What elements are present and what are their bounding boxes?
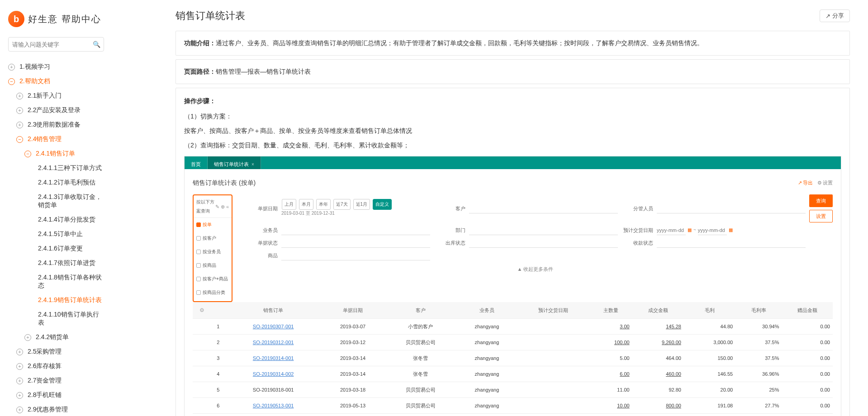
collapse-icon[interactable]: « [226, 202, 229, 212]
nav-item[interactable]: 2.4.1.4订单分批发货 [0, 213, 112, 227]
expdate-from[interactable] [657, 225, 686, 235]
collapse-toggle[interactable]: ▲ 收起更多条件 [238, 260, 833, 278]
recv-input[interactable] [657, 238, 806, 248]
customer-input[interactable] [469, 203, 618, 213]
gear-icon[interactable]: ⚙ [199, 307, 204, 313]
search-wrap: 🔍 [8, 37, 104, 52]
tab-report[interactable]: 销售订单统计表× [208, 156, 261, 169]
quick-date-pill[interactable]: 近7天 [333, 199, 351, 210]
add-icon[interactable]: ⊕ [221, 202, 225, 212]
nav-item[interactable]: 2.4.1.10销售订单执行表 [0, 307, 112, 330]
nav-item[interactable]: +2.7资金管理 [0, 373, 112, 388]
nav-item[interactable]: +2.8手机旺铺 [0, 388, 112, 402]
nav-item[interactable]: +2.5采购管理 [0, 345, 112, 359]
nav-item[interactable]: 2.4.1.9销售订单统计表 [0, 293, 112, 307]
nav-item[interactable]: 2.4.1.3订单收取订金，销货单 [0, 190, 112, 213]
quick-date-pill[interactable]: 自定义 [373, 199, 392, 210]
out-input[interactable] [469, 238, 618, 248]
expand-icon[interactable]: + [16, 392, 23, 399]
nav-item[interactable]: −2.4.1销售订单 [0, 147, 112, 161]
nav-item[interactable]: +2.9优惠券管理 [0, 402, 112, 416]
mock-report: 首页 销售订单统计表× 销售订单统计表 (按单) ↗ 导出 ⚙ 设置 [184, 156, 841, 416]
nav-item[interactable]: 2.4.1.8销售订单各种状态 [0, 270, 112, 293]
leader-input[interactable] [657, 203, 806, 213]
scheme-item[interactable]: 按客户 [194, 232, 232, 245]
nav-item[interactable]: +2.4.2销货单 [0, 330, 112, 345]
radio-icon [196, 236, 201, 241]
nav-item[interactable]: +2.2产品安装及登录 [0, 103, 112, 118]
nav-item[interactable]: +2.1新手入门 [0, 89, 112, 103]
path-prompt: 页面路径： [184, 68, 216, 75]
expand-icon[interactable]: + [16, 107, 23, 114]
nav-item[interactable]: +2.6库存核算 [0, 359, 112, 373]
export-button[interactable]: ↗ 导出 [798, 176, 813, 189]
page-title: 销售订单统计表 [175, 9, 245, 23]
scheme-item[interactable]: 按单 [194, 218, 232, 232]
path-card: 页面路径：销售管理—报表—销售订单统计表 [175, 59, 850, 84]
nav-label: 2.7资金管理 [28, 377, 62, 385]
expand-icon[interactable]: + [16, 122, 23, 128]
tab-home[interactable]: 首页 [185, 156, 208, 169]
nav-label: 2.5采购管理 [28, 348, 62, 356]
nav-label: 2.9优惠券管理 [28, 406, 68, 414]
scheme-item[interactable]: 按客户+商品 [194, 272, 232, 286]
so-link[interactable]: SO-20190314-001 [253, 355, 294, 361]
expand-icon[interactable]: + [16, 349, 23, 355]
collapse-icon[interactable]: − [16, 136, 23, 143]
expand-icon[interactable]: + [16, 93, 23, 99]
lbl-date: 单据日期 [238, 203, 278, 213]
query-button[interactable]: 查询 [809, 194, 833, 207]
so-link[interactable]: SO-20190314-002 [253, 371, 294, 377]
nav-tree: +1.视频学习−2.帮助文档+2.1新手入门+2.2产品安装及登录+2.3使用前… [0, 60, 112, 416]
edit-icon[interactable]: ✎ [215, 202, 219, 212]
calendar-icon[interactable]: ▦ [688, 226, 692, 235]
quick-date-pill[interactable]: 近1月 [353, 199, 370, 210]
expand-icon[interactable]: + [16, 363, 23, 370]
expand-icon[interactable]: + [16, 378, 23, 384]
product-input[interactable] [281, 251, 430, 260]
nav-item[interactable]: +2.3使用前数据准备 [0, 118, 112, 132]
nav-label: 2.8手机旺铺 [28, 391, 62, 399]
collapse-icon[interactable]: − [24, 151, 31, 157]
intro-card: 功能介绍：通过客户、业务员、商品等维度查询销售订单的明细汇总情况；有助于管理者了… [175, 31, 850, 56]
nav-item[interactable]: −2.4销售管理 [0, 132, 112, 147]
nav-item[interactable]: −2.帮助文档 [0, 74, 112, 89]
scheme-item[interactable]: 按商品分类 [194, 286, 232, 299]
expand-icon[interactable]: + [24, 334, 31, 341]
set-button[interactable]: 设置 [809, 210, 833, 222]
scheme-item[interactable]: 按业务员 [194, 245, 232, 259]
nav-label: 2.4.1.7依照订单进货 [38, 259, 95, 267]
nav-item[interactable]: 2.4.1.5订单中止 [0, 227, 112, 241]
status-input[interactable] [281, 238, 430, 248]
collapse-icon[interactable]: − [8, 78, 15, 85]
close-icon[interactable]: × [251, 162, 254, 167]
mock-tabs: 首页 销售订单统计表× [185, 156, 841, 169]
search-icon[interactable]: 🔍 [93, 41, 100, 48]
column-header: 客户 [384, 302, 457, 319]
scheme-item[interactable]: 按商品 [194, 259, 232, 272]
dept-input[interactable] [469, 225, 618, 235]
expand-icon[interactable]: + [8, 64, 15, 71]
sales-input[interactable] [281, 225, 430, 235]
nav-item[interactable]: 2.4.1.2订单毛利预估 [0, 175, 112, 190]
so-link[interactable]: SO-20190307-001 [253, 324, 294, 329]
nav-item[interactable]: 2.4.1.1三种下订单方式 [0, 161, 112, 175]
radio-icon [196, 277, 201, 281]
nav-label: 2.4.1销售订单 [36, 150, 75, 158]
expand-icon[interactable]: + [16, 407, 23, 413]
so-link[interactable]: SO-20190312-001 [253, 340, 294, 345]
nav-item[interactable]: 2.4.1.6订单变更 [0, 241, 112, 256]
setting-button[interactable]: ⚙ 设置 [817, 176, 833, 189]
intro-prompt: 功能介绍： [184, 39, 216, 47]
quick-date-pill[interactable]: 上月 [282, 199, 296, 210]
search-input[interactable] [8, 37, 104, 52]
brand-title: 好生意 帮助中心 [28, 13, 101, 25]
quick-date-pill[interactable]: 本年 [316, 199, 331, 210]
so-link[interactable]: SO-20190513-001 [253, 403, 294, 408]
nav-item[interactable]: 2.4.1.7依照订单进货 [0, 256, 112, 270]
expdate-to[interactable] [698, 225, 727, 235]
share-button[interactable]: ↗ 分享 [820, 9, 850, 22]
calendar-icon[interactable]: ▦ [729, 226, 733, 235]
quick-date-pill[interactable]: 本月 [299, 199, 313, 210]
nav-item[interactable]: +1.视频学习 [0, 60, 112, 74]
